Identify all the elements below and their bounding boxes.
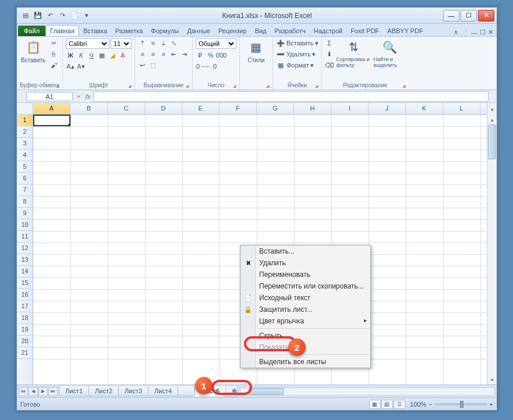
- ctx-insert[interactable]: Вставить...: [240, 245, 370, 257]
- row-header[interactable]: 21: [17, 347, 33, 359]
- tab-formulas[interactable]: Формулы: [147, 26, 183, 36]
- ctx-rename[interactable]: Переименовать: [240, 269, 370, 280]
- number-format-select[interactable]: Общий: [196, 38, 236, 49]
- scroll-up-button[interactable]: ▴: [487, 103, 497, 115]
- tab-insert[interactable]: Вставка: [79, 26, 111, 36]
- col-header[interactable]: B: [70, 103, 108, 114]
- ctx-view-code[interactable]: 📄Исходный текст: [240, 292, 370, 304]
- indent-inc-icon[interactable]: ⇥: [180, 49, 189, 59]
- align-middle-icon[interactable]: ≡: [148, 38, 158, 48]
- tab-view[interactable]: Вид: [251, 26, 271, 36]
- sheet-tab[interactable]: Лист4: [148, 386, 178, 396]
- col-header[interactable]: E: [182, 103, 220, 114]
- row-header[interactable]: 7: [17, 184, 33, 196]
- minimize-button[interactable]: —: [443, 10, 459, 22]
- ctx-delete[interactable]: ✖Удалить: [240, 257, 370, 269]
- help-icon[interactable]: ❔: [461, 29, 469, 36]
- font-size-select[interactable]: 11: [111, 38, 132, 49]
- delete-label[interactable]: Удалить: [286, 51, 311, 58]
- view-pagebreak-button[interactable]: ☰: [394, 400, 405, 409]
- file-tab[interactable]: Файл: [18, 26, 45, 36]
- fx-icon[interactable]: fx: [83, 92, 93, 101]
- sheet-nav-next[interactable]: ▶: [38, 387, 48, 396]
- tab-foxit[interactable]: Foxit PDF: [346, 26, 383, 36]
- fill-icon[interactable]: ⬇: [325, 49, 334, 59]
- sheet-tab[interactable]: Лист1: [59, 386, 89, 396]
- underline-button[interactable]: Ч: [87, 51, 96, 60]
- align-left-icon[interactable]: ≡: [138, 49, 147, 59]
- sheet-tab[interactable]: Лист2: [89, 386, 119, 396]
- qat-dropdown-icon[interactable]: ▾: [82, 10, 92, 21]
- wrap-text-icon[interactable]: ↩: [138, 60, 147, 70]
- minimize-ribbon-icon[interactable]: ⋏: [454, 29, 458, 36]
- view-layout-button[interactable]: ▤: [381, 400, 393, 409]
- border-button[interactable]: ▦: [97, 51, 107, 60]
- row-header[interactable]: 6: [17, 173, 33, 184]
- doc-restore-icon[interactable]: ☐: [480, 29, 486, 36]
- shrink-font-icon[interactable]: A▾: [76, 62, 86, 71]
- row-header[interactable]: 19: [17, 324, 33, 336]
- doc-close-icon[interactable]: ✕: [488, 29, 493, 36]
- orientation-icon[interactable]: ⤡: [169, 38, 179, 48]
- merge-icon[interactable]: ⬚: [148, 60, 158, 70]
- bold-button[interactable]: Ж: [66, 51, 75, 60]
- hscroll-thumb[interactable]: [249, 388, 284, 395]
- insert-label[interactable]: Вставить: [286, 40, 314, 47]
- new-sheet-button[interactable]: ✻: [225, 386, 238, 397]
- row-header[interactable]: 17: [17, 301, 33, 312]
- undo-icon[interactable]: ↶: [45, 10, 55, 21]
- tab-abbyy[interactable]: ABBYY PDF: [383, 26, 427, 36]
- col-header[interactable]: D: [145, 103, 182, 114]
- redo-icon[interactable]: ↷: [57, 10, 68, 21]
- close-button[interactable]: ✕: [478, 10, 494, 22]
- sheet-nav-first[interactable]: ⏮: [19, 387, 28, 396]
- col-header[interactable]: A: [33, 103, 70, 114]
- horizontal-scrollbar[interactable]: [240, 387, 495, 396]
- col-header[interactable]: C: [108, 103, 145, 114]
- zoom-in-button[interactable]: +: [490, 401, 493, 408]
- copy-icon[interactable]: ⎘: [49, 49, 58, 59]
- maximize-button[interactable]: ☐: [461, 10, 477, 22]
- sheet-tab[interactable]: Лист3: [118, 386, 148, 396]
- doc-icon[interactable]: 📄: [69, 10, 80, 21]
- view-normal-button[interactable]: ▦: [369, 400, 381, 409]
- row-header[interactable]: 9: [17, 208, 33, 219]
- namebox-dropdown-icon[interactable]: ▾: [75, 94, 83, 99]
- scroll-up-icon[interactable]: ▴: [487, 115, 497, 124]
- row-header[interactable]: 1: [17, 115, 33, 126]
- ctx-protect[interactable]: 🔒Защитить лист...: [240, 304, 370, 315]
- col-header[interactable]: J: [369, 103, 406, 114]
- font-color-button[interactable]: A: [118, 51, 128, 60]
- find-select-button[interactable]: 🔍 Найти и выделить: [374, 38, 406, 69]
- fill-color-button[interactable]: ◢: [108, 51, 117, 60]
- increase-decimal-icon[interactable]: .0→: [196, 62, 205, 71]
- tab-review[interactable]: Рецензир: [214, 26, 251, 36]
- formula-bar[interactable]: [93, 91, 489, 102]
- sheet-nav-last[interactable]: ⏭: [48, 387, 58, 396]
- italic-button[interactable]: К: [76, 51, 86, 60]
- format-cell-icon[interactable]: ▦: [276, 60, 285, 70]
- delete-cell-icon[interactable]: ➖: [276, 49, 285, 59]
- col-header[interactable]: K: [406, 103, 443, 114]
- doc-minimize-icon[interactable]: —: [471, 29, 477, 36]
- name-box[interactable]: A1: [26, 92, 73, 101]
- zoom-slider[interactable]: [435, 403, 487, 405]
- save-icon[interactable]: 💾: [33, 10, 43, 21]
- row-header[interactable]: 16: [17, 289, 33, 301]
- align-center-icon[interactable]: ≡: [148, 49, 158, 59]
- cut-icon[interactable]: ✂: [49, 38, 58, 48]
- ctx-tab-color[interactable]: Цвет ярлычка: [240, 315, 370, 327]
- row-header[interactable]: 15: [17, 277, 33, 289]
- ctx-select-all-sheets[interactable]: Выделить все листы: [240, 356, 370, 368]
- row-header[interactable]: 3: [17, 138, 33, 150]
- format-painter-icon[interactable]: 🖌: [49, 60, 58, 70]
- row-header[interactable]: 5: [17, 161, 33, 173]
- col-header[interactable]: L: [443, 103, 480, 114]
- row-header[interactable]: 8: [17, 196, 33, 208]
- tab-data[interactable]: Данные: [183, 26, 214, 36]
- col-header[interactable]: G: [257, 103, 294, 114]
- row-header[interactable]: 11: [17, 231, 33, 243]
- ctx-hide[interactable]: Скрыть: [240, 330, 370, 341]
- clear-icon[interactable]: ⌫: [325, 60, 334, 70]
- align-top-icon[interactable]: ⇡: [138, 38, 147, 48]
